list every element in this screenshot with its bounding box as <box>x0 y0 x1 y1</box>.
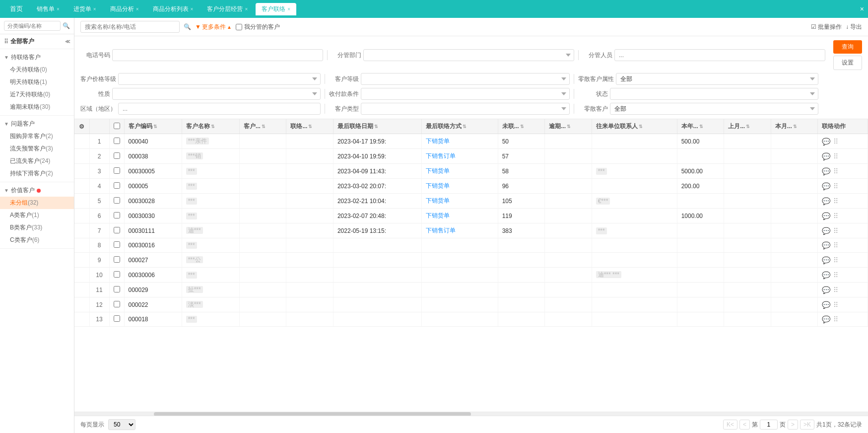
row-checkbox-cell[interactable] <box>109 238 124 253</box>
sidebar-item-7days[interactable]: 近7天待联络(0) <box>0 88 74 101</box>
customer-type-select[interactable] <box>361 103 569 115</box>
retail-attr-select[interactable]: 全部 <box>616 73 818 85</box>
chat-icon[interactable]: 💬 <box>822 212 830 220</box>
nature-select[interactable] <box>112 88 321 100</box>
th-company-contact[interactable]: 往来单位联系人⇅ <box>592 119 677 134</box>
th-this-year[interactable]: 本年...⇅ <box>677 119 724 134</box>
search-input[interactable] <box>80 21 180 33</box>
price-level-select[interactable] <box>118 73 321 85</box>
row-checkbox-cell[interactable] <box>109 134 124 149</box>
close-all-btn[interactable]: × <box>860 5 864 13</box>
manager-input[interactable] <box>614 49 825 61</box>
dept-select[interactable] <box>363 49 574 61</box>
row-checkbox-cell[interactable] <box>109 194 124 209</box>
row-checkbox-cell[interactable] <box>109 223 124 238</box>
grid-action-icon[interactable]: ⠿ <box>833 167 838 175</box>
grid-action-icon[interactable]: ⠿ <box>833 315 838 323</box>
row-checkbox-cell[interactable] <box>109 268 124 283</box>
prev-page-btn[interactable]: < <box>739 420 750 430</box>
chat-icon[interactable]: 💬 <box>822 227 830 235</box>
reset-btn[interactable]: 设置 <box>833 56 862 70</box>
chat-icon[interactable]: 💬 <box>822 286 830 294</box>
first-page-btn[interactable]: K< <box>723 420 737 430</box>
th-contact[interactable]: 联络...⇅ <box>286 119 334 134</box>
my-customers-checkbox-label[interactable]: 我分管的客户 <box>236 23 280 31</box>
row-checkbox-cell[interactable] <box>109 149 124 164</box>
th-last-method[interactable]: 最后联络方式⇅ <box>422 119 498 134</box>
grid-action-icon[interactable]: ⠿ <box>833 197 838 205</box>
close-purchase-tab-icon[interactable]: × <box>93 6 96 12</box>
row-checkbox-cell[interactable] <box>109 312 124 327</box>
chat-icon[interactable]: 💬 <box>822 271 830 279</box>
nav-home[interactable]: 首页 <box>4 2 29 15</box>
region-input[interactable] <box>118 103 321 115</box>
grid-action-icon[interactable]: ⠿ <box>833 152 838 160</box>
close-analysis-list-tab-icon[interactable]: × <box>191 6 194 12</box>
nav-tab-sales[interactable]: 销售单 × <box>31 3 66 15</box>
chat-icon[interactable]: 💬 <box>822 152 830 160</box>
grid-action-icon[interactable]: ⠿ <box>833 256 838 264</box>
horizontal-scrollbar[interactable] <box>74 412 868 416</box>
row-checkbox[interactable] <box>114 286 120 292</box>
status-select[interactable] <box>610 88 818 100</box>
sidebar-item-class-a[interactable]: A类客户(1) <box>0 209 74 221</box>
sidebar-item-overdue[interactable]: 逾期未联络(30) <box>0 101 74 113</box>
last-page-btn[interactable]: >K <box>800 420 814 430</box>
chat-icon[interactable]: 💬 <box>822 138 830 145</box>
row-checkbox[interactable] <box>114 167 120 174</box>
per-page-select[interactable]: 50 100 200 <box>108 419 135 430</box>
th-this-month[interactable]: 本月...⇅ <box>771 119 818 134</box>
phone-input[interactable] <box>112 49 323 61</box>
th-last-month[interactable]: 上月...⇅ <box>724 119 771 134</box>
row-checkbox-cell[interactable] <box>109 283 124 297</box>
last-method-link[interactable]: 下销货单 <box>426 138 450 144</box>
nav-tab-purchase[interactable]: 进货单 × <box>67 3 102 15</box>
sidebar-item-today[interactable]: 今天待联络(0) <box>0 64 74 76</box>
row-checkbox[interactable] <box>114 152 120 159</box>
next-page-btn[interactable]: > <box>788 420 798 430</box>
nav-tab-customer-segment[interactable]: 客户分层经营 × <box>201 3 254 15</box>
th-name[interactable]: 客户名称⇅ <box>182 119 239 134</box>
close-analysis-tab-icon[interactable]: × <box>136 6 139 12</box>
sidebar-item-class-b[interactable]: B类客户(33) <box>0 221 74 234</box>
chat-icon[interactable]: 💬 <box>822 182 830 190</box>
row-checkbox[interactable] <box>114 301 120 307</box>
grid-action-icon[interactable]: ⠿ <box>833 241 838 249</box>
th-settings[interactable]: ⚙ <box>74 119 89 134</box>
close-sales-tab-icon[interactable]: × <box>57 6 60 12</box>
grid-action-icon[interactable]: ⠿ <box>833 227 838 235</box>
group-problem-header[interactable]: ▼ 问题客户 <box>0 118 74 130</box>
settings-icon[interactable]: ⚙ <box>79 123 84 130</box>
sidebar-item-class-c[interactable]: C类客户(6) <box>0 234 74 246</box>
close-segment-tab-icon[interactable]: × <box>245 6 248 12</box>
last-method-link[interactable]: 下销货单 <box>426 212 450 219</box>
chat-icon[interactable]: 💬 <box>822 256 830 264</box>
row-checkbox-cell[interactable] <box>109 164 124 179</box>
grid-action-icon[interactable]: ⠿ <box>833 138 838 145</box>
last-method-link[interactable]: 下销售订单 <box>426 152 456 159</box>
group-pending-contact-header[interactable]: ▼ 待联络客户 <box>0 51 74 64</box>
row-checkbox[interactable] <box>114 138 120 144</box>
all-customers-header[interactable]: ⠿ 全部客户 ≪ <box>0 34 74 49</box>
row-checkbox-cell[interactable] <box>109 179 124 194</box>
row-checkbox-cell[interactable] <box>109 253 124 268</box>
th-code[interactable]: 客户编码⇅ <box>124 119 182 134</box>
th-checkbox[interactable] <box>109 119 124 134</box>
sidebar-search-input[interactable] <box>4 21 61 31</box>
grid-action-icon[interactable]: ⠿ <box>833 182 838 190</box>
row-checkbox[interactable] <box>114 197 120 204</box>
sidebar-item-lost[interactable]: 已流失客户(24) <box>0 155 74 167</box>
export-btn[interactable]: ↓ 导出 <box>846 23 862 31</box>
row-checkbox-cell[interactable] <box>109 209 124 223</box>
page-input[interactable] <box>760 420 778 430</box>
query-btn[interactable]: 查询 <box>833 40 862 54</box>
chat-icon[interactable]: 💬 <box>822 315 830 323</box>
select-all-checkbox[interactable] <box>114 123 120 129</box>
th-no-contact[interactable]: 未联...⇅ <box>498 119 545 134</box>
row-checkbox[interactable] <box>114 212 120 218</box>
row-checkbox[interactable] <box>114 256 120 263</box>
nav-tab-analysis-list[interactable]: 商品分析列表 × <box>147 3 200 15</box>
grid-action-icon[interactable]: ⠿ <box>833 286 838 294</box>
th-last-date[interactable]: 最后联络日期⇅ <box>333 119 421 134</box>
filter-search-icon[interactable]: 🔍 <box>184 23 191 30</box>
